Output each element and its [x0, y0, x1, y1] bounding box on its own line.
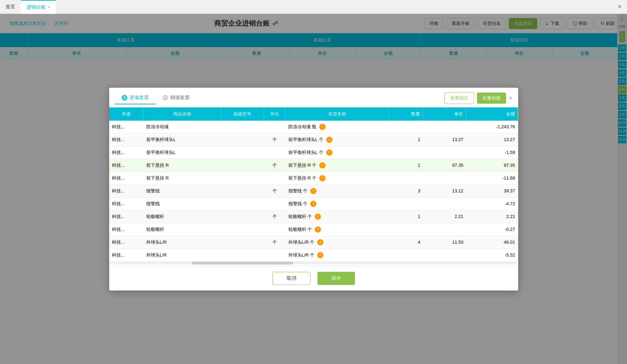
- batch-create-button[interactable]: 批量创建: [477, 93, 506, 104]
- warning-icon: !: [326, 137, 332, 143]
- cell-qty: [389, 197, 423, 210]
- tab-home-label: 首页: [6, 4, 15, 10]
- cell-amount: 39.37: [466, 184, 518, 197]
- cell-unit-price: 11.50: [423, 236, 466, 249]
- modal-close-button[interactable]: ×: [509, 95, 513, 101]
- tab-home[interactable]: 首页: [0, 0, 21, 14]
- outgoing-tab-label: 销项发票: [170, 95, 190, 101]
- cell-product: 前下悬挂 R: [143, 159, 221, 172]
- cell-amount: 13.27: [466, 133, 518, 146]
- cell-source: 科技...: [109, 223, 143, 236]
- table-row[interactable]: 科技... 轮毂螺杆 轮毂螺杆 个 ! -0.27: [109, 223, 518, 236]
- cell-qty: [389, 223, 423, 236]
- cell-amount: -0.27: [466, 223, 518, 236]
- col-source: 来源: [109, 107, 143, 121]
- warning-icon: !: [310, 201, 316, 207]
- modal-scrollbar-thumb[interactable]: [192, 262, 293, 265]
- col-unit: 单位: [264, 107, 285, 121]
- cell-product: 外球头L/R: [143, 249, 221, 261]
- cell-inv-name: 外球头L/R 个 !: [286, 236, 389, 249]
- cell-source: 科技...: [109, 236, 143, 249]
- cell-amount: 46.01: [466, 236, 518, 249]
- cell-spec: [221, 184, 264, 197]
- warning-icon: !: [317, 252, 323, 258]
- tab-outgoing-invoice[interactable]: 销项发票: [156, 92, 197, 104]
- cell-amount: -1.59: [466, 146, 518, 159]
- cell-unit: [264, 172, 285, 184]
- cell-amount: -1,243.76: [466, 121, 518, 133]
- tab-inventory-close[interactable]: ×: [48, 5, 50, 10]
- table-row[interactable]: 科技... 外球头L/R 个 外球头L/R 个 ! 4 11.50 46.01: [109, 236, 518, 249]
- cell-spec: [221, 236, 264, 249]
- cell-qty: [389, 172, 423, 184]
- cell-amount: -11.68: [466, 172, 518, 184]
- cell-qty: [389, 249, 423, 261]
- table-row[interactable]: 科技... 报警线 个 报警线 个 ! 3 13.12 39.37: [109, 184, 518, 197]
- invoice-table: 来源 商品名称 规格型号 单位 存货名称 数量 单价 金额 科技... 防冻冷却…: [109, 107, 518, 262]
- cell-unit-price: 13.12: [423, 184, 466, 197]
- cell-inv-name: 外球头L/R 个 !: [286, 249, 389, 261]
- cell-amount: -5.52: [466, 249, 518, 261]
- table-row[interactable]: 科技... 前下悬挂 R 前下悬挂 R 个 ! -11.68: [109, 172, 518, 184]
- cell-spec: [221, 210, 264, 223]
- modal-tabs: 进项发票 销项发票: [115, 92, 197, 104]
- cell-unit: [264, 249, 285, 261]
- cell-spec: [221, 133, 264, 146]
- cell-unit-price: 97.35: [423, 159, 466, 172]
- col-inv-name: 存货名称: [286, 107, 389, 121]
- warning-icon: !: [326, 149, 332, 156]
- cell-qty: 4: [389, 236, 423, 249]
- modal-scrollbar[interactable]: [111, 262, 517, 265]
- cell-source: 科技...: [109, 197, 143, 210]
- cell-amount: -4.72: [466, 197, 518, 210]
- table-row[interactable]: 科技... 前下悬挂 R 个 前下悬挂 R 个 ! 1 97.35 97.35: [109, 159, 518, 172]
- cell-inv-name: 轮毂螺杆 个 !: [286, 210, 389, 223]
- modal-overlay: 进项发票 销项发票 批量指定 批量创建 ×: [0, 14, 627, 364]
- cell-spec: [221, 223, 264, 236]
- cell-inv-name: 防冻冷却液 瓶 !: [286, 121, 389, 133]
- table-row[interactable]: 科技... 前平衡杆球头L 个 前平衡杆球头L 个 ! 1 13.27 13.2…: [109, 133, 518, 146]
- cell-inv-name: 报警线 个 !: [286, 184, 389, 197]
- cell-inv-name: 前下悬挂 R 个 !: [286, 159, 389, 172]
- cell-source: 科技...: [109, 133, 143, 146]
- cell-unit-price: [423, 223, 466, 236]
- cell-spec: [221, 121, 264, 133]
- table-row[interactable]: 科技... 防冻冷却液 防冻冷却液 瓶 ! -1,243.76: [109, 121, 518, 133]
- cell-amount: 2.21: [466, 210, 518, 223]
- cell-unit: [264, 146, 285, 159]
- cell-qty: [389, 146, 423, 159]
- table-row[interactable]: 科技... 报警线 报警线 个 ! -4.72: [109, 197, 518, 210]
- col-product: 商品名称: [143, 107, 221, 121]
- cell-source: 科技...: [109, 210, 143, 223]
- cell-unit: 个: [264, 236, 285, 249]
- col-spec: 规格型号: [221, 107, 264, 121]
- cell-source: 科技...: [109, 184, 143, 197]
- modal-table[interactable]: 来源 商品名称 规格型号 单位 存货名称 数量 单价 金额 科技... 防冻冷却…: [109, 107, 518, 262]
- warning-icon: !: [317, 239, 323, 245]
- cell-source: 科技...: [109, 159, 143, 172]
- table-row[interactable]: 科技... 前平衡杆球头L 前平衡杆球头L 个 ! -1.59: [109, 146, 518, 159]
- cell-source: 科技...: [109, 172, 143, 184]
- cell-inv-name: 轮毂螺杆 个 !: [286, 223, 389, 236]
- cell-unit: 个: [264, 133, 285, 146]
- cell-source: 科技...: [109, 146, 143, 159]
- tab-inventory[interactable]: 进销台账 ×: [21, 0, 56, 14]
- tab-inventory-label: 进销台账: [26, 4, 46, 10]
- modal-header: 进项发票 销项发票 批量指定 批量创建 ×: [109, 88, 518, 107]
- save-button[interactable]: 保存: [317, 272, 355, 285]
- cell-unit: [264, 121, 285, 133]
- warning-icon: !: [319, 162, 325, 168]
- table-row[interactable]: 科技... 外球头L/R 外球头L/R 个 ! -5.52: [109, 249, 518, 261]
- cell-qty: 1: [389, 133, 423, 146]
- cell-unit-price: [423, 172, 466, 184]
- cell-unit-price: [423, 121, 466, 133]
- cell-product: 前平衡杆球头L: [143, 133, 221, 146]
- table-row[interactable]: 科技... 轮毂螺杆 个 轮毂螺杆 个 ! 1 2.21 2.21: [109, 210, 518, 223]
- cell-inv-name: 前下悬挂 R 个 !: [286, 172, 389, 184]
- col-qty: 数量: [389, 107, 423, 121]
- cancel-button[interactable]: 取消: [272, 272, 311, 285]
- modal-footer: 取消 保存: [109, 266, 518, 291]
- batch-assign-button[interactable]: 批量指定: [444, 92, 474, 104]
- tab-incoming-invoice[interactable]: 进项发票: [115, 92, 156, 104]
- window-close-button[interactable]: ×: [618, 3, 621, 10]
